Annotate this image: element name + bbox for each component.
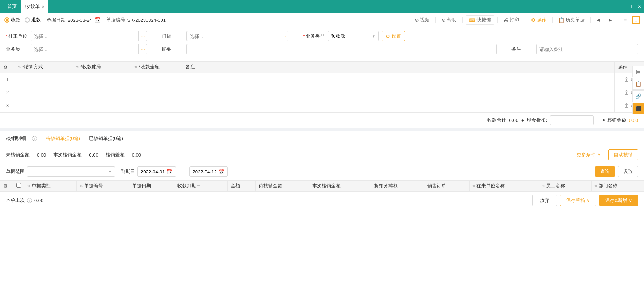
save-draft-btn[interactable]: 保存草稿 ∨: [560, 195, 596, 206]
active-tab[interactable]: 收款单 ×: [21, 0, 48, 13]
date-from-picker[interactable]: 2022-04-01 📅: [137, 166, 176, 177]
delete-row-2-btn[interactable]: 🗑: [624, 90, 629, 95]
row-num-2: 2: [0, 86, 15, 99]
more-filter-btn[interactable]: 更多条件 ∧: [577, 152, 601, 158]
table-row: 1 🗑 ⊕: [0, 73, 644, 86]
date-from-icon[interactable]: 📅: [166, 169, 173, 175]
hexiao-info-icon[interactable]: i: [32, 136, 37, 141]
select-all-checkbox[interactable]: [16, 183, 21, 188]
remark-input-3[interactable]: [182, 99, 614, 112]
business-type-select[interactable]: 预收款 ▼: [328, 31, 379, 41]
next-btn[interactable]: ▶: [606, 16, 615, 24]
summary-label: 摘要: [162, 46, 184, 52]
settlement-input-2[interactable]: [15, 86, 73, 99]
hexiao-table-wrapper: ⚙ ⇅ 单据类型 ⇅ 单据编号 单据日期 收款到期日: [0, 180, 644, 191]
tuikuan-dot: [25, 17, 30, 23]
divider5: [552, 17, 553, 23]
counterparty-input[interactable]: [31, 31, 147, 41]
grid-view-btn[interactable]: ⊞: [632, 16, 640, 24]
print-btn[interactable]: 🖨 打印: [500, 16, 522, 24]
top-nav: 首页 收款单 × — □ ×: [0, 0, 644, 13]
discount-input[interactable]: [550, 115, 594, 125]
help-btn[interactable]: ⊙ 帮助: [439, 16, 459, 24]
float-link-btn[interactable]: 🔗: [632, 90, 644, 102]
delete-row-3-btn[interactable]: 🗑: [624, 103, 629, 109]
this-hexiao-label: 本次核销金额: [53, 152, 82, 158]
divider7: [618, 17, 618, 23]
list-view-btn[interactable]: ≡: [621, 16, 629, 24]
amount-input-1[interactable]: [131, 73, 182, 86]
last-info-icon[interactable]: i: [27, 198, 32, 203]
remark-input-1[interactable]: [182, 73, 614, 86]
shortcut-btn[interactable]: ⌨ 快捷键: [466, 15, 494, 25]
divider2: [462, 17, 463, 23]
bth-pending: 待核销金额: [256, 181, 309, 191]
counterparty-more-btn[interactable]: ···: [138, 31, 147, 41]
date-to-picker[interactable]: 2022-04-12 📅: [189, 166, 228, 177]
bth-gear[interactable]: ⚙: [0, 181, 13, 191]
save-new-btn[interactable]: 保存&新增 ∨: [599, 195, 638, 206]
minimize-btn[interactable]: —: [623, 3, 628, 10]
close-tab-btn[interactable]: ×: [42, 4, 44, 9]
bth-discount: 折扣分摊额: [371, 181, 424, 191]
settings-btn[interactable]: ⚙ 设置: [382, 31, 405, 41]
video-btn[interactable]: ⊙ 视频: [412, 16, 432, 24]
counterparty-container: ···: [31, 31, 147, 41]
float-orange-btn[interactable]: ⬛: [632, 103, 644, 114]
row-num-3: 3: [0, 99, 15, 112]
th-gear[interactable]: ⚙: [0, 62, 15, 73]
settlement-input-3[interactable]: [15, 99, 73, 112]
number-field: 单据编号 SK-20230324-001: [106, 17, 166, 23]
amount-cell-3: [131, 99, 182, 112]
right-float: ▤ 📋 🔗 ⬛: [632, 66, 644, 114]
remark-input[interactable]: [536, 44, 638, 54]
main-content: 收款 退款 单据日期 2023-03-24 📅 单据编号 SK-20230324…: [0, 13, 644, 290]
hexiao-section: 核销明细 i 待核销单据(0笔) 已核销单据(0笔) 未核销金额 0.00 本次…: [0, 128, 644, 191]
prev-btn[interactable]: ◀: [594, 16, 603, 24]
delete-row-1-btn[interactable]: 🗑: [624, 77, 629, 82]
account-input-2[interactable]: [73, 86, 131, 99]
amount-input-2[interactable]: [131, 86, 182, 99]
amount-input-3[interactable]: [131, 99, 182, 112]
window-close-btn[interactable]: ×: [638, 3, 641, 10]
maximize-btn[interactable]: □: [631, 3, 635, 10]
filter-settings-btn[interactable]: 设置: [618, 166, 638, 177]
th-amount: ⇅ *收款金额: [131, 62, 182, 73]
th-account: ⇅ *收款账号: [73, 62, 131, 73]
home-tab[interactable]: 首页: [3, 0, 21, 13]
history-btn[interactable]: 📋 历史单据: [555, 16, 588, 24]
store-input[interactable]: [186, 31, 288, 41]
date-to-icon[interactable]: 📅: [218, 169, 224, 175]
date-separator: —: [180, 169, 185, 175]
hexiao-title: 核销明细: [6, 135, 26, 142]
date-calendar-icon[interactable]: 📅: [94, 17, 101, 23]
divider6: [590, 17, 591, 23]
bth-date: 单据日期: [129, 181, 174, 191]
remark-input-2[interactable]: [182, 86, 614, 99]
range-label: 单据范围: [6, 168, 25, 175]
remark-cell-1: [182, 73, 615, 86]
operate-btn[interactable]: ⚙ 操作: [528, 16, 549, 24]
staff-input[interactable]: [31, 44, 147, 54]
account-input-3[interactable]: [73, 99, 131, 112]
float-doc-btn[interactable]: 📋: [632, 78, 644, 90]
abandon-btn[interactable]: 放弃: [532, 195, 557, 206]
auto-hexiao-btn[interactable]: 自动核销: [608, 149, 638, 160]
query-btn[interactable]: 查询: [595, 166, 615, 177]
range-select[interactable]: ▼: [27, 166, 115, 177]
store-more-btn[interactable]: ···: [280, 31, 288, 41]
print-icon: 🖨: [503, 17, 508, 23]
save-new-arrow: ∨: [629, 198, 632, 203]
tuikuan-radio[interactable]: 退款: [25, 17, 41, 23]
remark-label: 备注: [511, 46, 533, 52]
account-input-1[interactable]: [73, 73, 131, 86]
float-table-btn[interactable]: ▤: [632, 66, 644, 77]
staff-more-btn[interactable]: ···: [138, 44, 147, 54]
shoukuan-radio[interactable]: 收款: [4, 17, 20, 23]
summary-input[interactable]: [186, 44, 497, 54]
this-hexiao-value: 0.00: [89, 152, 98, 158]
settlement-input-1[interactable]: [15, 73, 73, 86]
hexiao-tab-done[interactable]: 已核销单据(0笔): [89, 135, 123, 142]
filter-row: 单据范围 ▼ 到期日 2022-04-01 📅 — 2022-04-12 📅: [0, 163, 644, 180]
hexiao-tab-pending[interactable]: 待核销单据(0笔): [43, 134, 83, 142]
